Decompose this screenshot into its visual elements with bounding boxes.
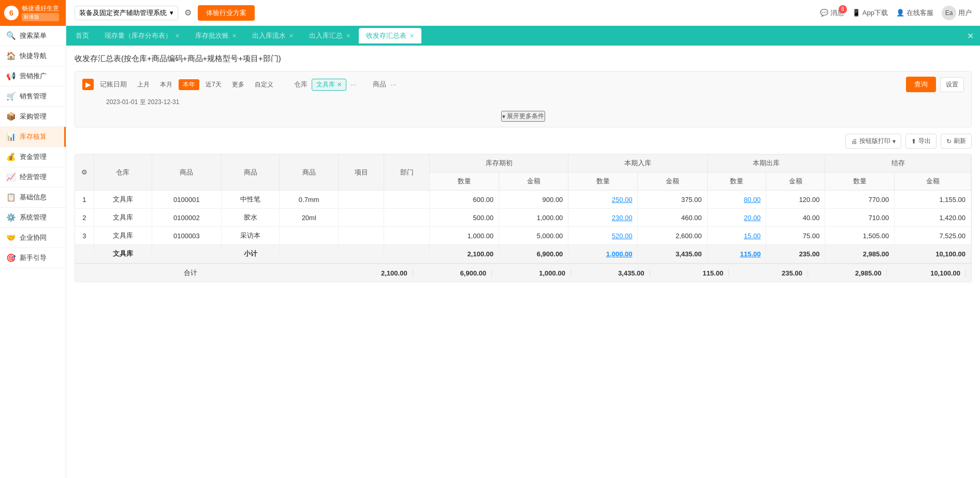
- sidebar-item-guide[interactable]: 🎯 新手引导: [0, 248, 66, 268]
- sidebar-item-label: 企业协同: [20, 233, 47, 242]
- home-icon: 🏠: [6, 51, 16, 61]
- tab-recv-send[interactable]: 收发存汇总表 ✕: [359, 28, 421, 44]
- topbar: 装备及固定资产辅助管理系统 ▾ ⚙ 体验行业方案 💬 消息 6 📱 App下载 …: [66, 0, 980, 26]
- cell-inbound-amt: 3,435.00: [638, 245, 707, 263]
- cell-opening-amt: 1,000.00: [499, 209, 568, 227]
- system-icon: ⚙️: [6, 213, 16, 222]
- date-filter-label: 记账日期: [100, 80, 127, 89]
- cell-inbound-amt: 2,600.00: [638, 227, 707, 245]
- action-right: 🖨 按钮版打印 ▾ ⬆ 导出 ↻ 刷新: [845, 134, 972, 149]
- cell-warehouse: 文具库: [94, 209, 152, 227]
- app-download-btn[interactable]: 📱 App下载: [852, 8, 888, 18]
- trial-button[interactable]: 体验行业方案: [198, 5, 255, 21]
- user-btn[interactable]: Ea 用户: [942, 6, 972, 20]
- messages-badge: 6: [839, 5, 847, 13]
- tab-batch[interactable]: 库存批次账 ✕: [188, 28, 244, 44]
- sidebar-item-search[interactable]: 🔍 搜索菜单: [0, 26, 66, 46]
- table-row: 3 文具库 0100003 采访本 1,000.00 5,000.00 520.…: [75, 227, 971, 245]
- sales-icon: 🛒: [6, 92, 16, 101]
- sidebar-item-marketing[interactable]: 📢 营销推广: [0, 66, 66, 86]
- tab-inout-flow[interactable]: 出入库流水 ✕: [245, 28, 301, 44]
- cell-opening-qty: 1,000.00: [430, 227, 499, 245]
- goods-more-btn[interactable]: ···: [390, 80, 397, 89]
- tab-batch-close[interactable]: ✕: [232, 33, 237, 39]
- sidebar-item-sales[interactable]: 🛒 销售管理: [0, 86, 66, 107]
- date-tag-prev-month[interactable]: 上月: [133, 79, 154, 90]
- expand-conditions-btn[interactable]: ▾ 展开更多条件: [501, 111, 545, 122]
- logo-badge: 标准版: [22, 13, 59, 21]
- online-service-btn[interactable]: 👤 在线客服: [896, 8, 933, 18]
- sidebar-item-label: 系统管理: [20, 213, 47, 222]
- query-button[interactable]: 查询: [906, 77, 936, 92]
- sidebar-item-label: 快捷导航: [20, 51, 47, 61]
- cell-opening-amt: 5,000.00: [499, 227, 568, 245]
- marketing-icon: 📢: [6, 71, 16, 81]
- expand-label: 展开更多条件: [507, 112, 544, 121]
- cell-balance-qty: 2,985.00: [825, 245, 895, 263]
- messages-btn[interactable]: 💬 消息 6: [820, 8, 844, 18]
- tab-stock[interactable]: 现存量（库存分布表） ✕: [97, 28, 187, 44]
- cell-opening-amt: 6,900.00: [499, 245, 568, 263]
- goods-label: 商品: [373, 80, 386, 89]
- print-label: 按钮版打印: [859, 137, 890, 146]
- topbar-left: 装备及固定资产辅助管理系统 ▾ ⚙ 体验行业方案: [75, 5, 255, 21]
- tab-inout-summary-close[interactable]: ✕: [346, 33, 350, 39]
- gear-icon[interactable]: ⚙: [184, 8, 192, 18]
- date-tag-this-month[interactable]: 本月: [156, 79, 177, 90]
- sidebar-item-label: 销售管理: [20, 92, 47, 101]
- cell-outbound-amt: 235.00: [766, 245, 825, 263]
- refresh-button[interactable]: ↻ 刷新: [941, 134, 972, 149]
- date-tag-more[interactable]: 更多: [228, 79, 248, 90]
- settings-button[interactable]: 设置: [940, 77, 964, 92]
- table-header-row-1: ⚙ 仓库 商品 商品 商品 项目 部门 库存期初 本期入库 本期出库 结存: [75, 154, 971, 172]
- print-button[interactable]: 🖨 按钮版打印 ▾: [845, 134, 901, 149]
- system-select[interactable]: 装备及固定资产辅助管理系统 ▾: [75, 6, 178, 20]
- date-tag-this-year[interactable]: 本年: [179, 79, 199, 90]
- data-table-container: ⚙ 仓库 商品 商品 商品 项目 部门 库存期初 本期入库 本期出库 结存 数量: [75, 154, 972, 282]
- tab-recv-send-close[interactable]: ✕: [409, 33, 414, 39]
- date-tag-7days[interactable]: 近7天: [201, 79, 226, 90]
- sidebar-item-inventory[interactable]: 📊 库存核算: [0, 127, 66, 147]
- sidebar: 6 畅捷通好生意 标准版 🔍 搜索菜单 🏠 快捷导航 📢 营销推广 🛒 销售管理…: [0, 0, 66, 478]
- sidebar-item-label: 搜索菜单: [20, 31, 47, 40]
- sidebar-item-enterprise[interactable]: 🤝 企业协同: [0, 228, 66, 248]
- sidebar-item-purchase[interactable]: 📦 采购管理: [0, 107, 66, 127]
- export-icon: ⬆: [911, 138, 916, 145]
- tab-inout-flow-close[interactable]: ✕: [289, 33, 294, 39]
- cell-seq: 1: [75, 191, 94, 209]
- col-project-header: 项目: [339, 154, 384, 191]
- col-inbound-amt-header: 金额: [638, 172, 707, 191]
- col-outbound-amt-header: 金额: [766, 172, 825, 191]
- cell-department: [384, 191, 430, 209]
- warehouse-more-btn[interactable]: ···: [350, 80, 357, 89]
- sidebar-item-quick-nav[interactable]: 🏠 快捷导航: [0, 46, 66, 66]
- sidebar-item-base[interactable]: 📋 基础信息: [0, 187, 66, 208]
- table-row: 1 文具库 0100001 中性笔 0.7mm 600.00 900.00 25…: [75, 191, 971, 209]
- sidebar-item-finance[interactable]: 💰 资金管理: [0, 147, 66, 167]
- tab-home[interactable]: 首页: [68, 28, 96, 44]
- cell-goods-name: 小计: [222, 245, 280, 263]
- date-tag-custom[interactable]: 自定义: [251, 79, 277, 90]
- sidebar-item-operations[interactable]: 📈 经营管理: [0, 167, 66, 187]
- cell-project: [339, 245, 384, 263]
- cell-outbound-qty: 115.00: [707, 245, 766, 263]
- sidebar-item-system[interactable]: ⚙️ 系统管理: [0, 208, 66, 228]
- cell-warehouse: 文具库: [94, 227, 152, 245]
- cell-balance-amt: 1,420.00: [895, 209, 971, 227]
- tab-home-label: 首页: [76, 31, 89, 40]
- tab-stock-close[interactable]: ✕: [175, 33, 180, 39]
- cell-department: [384, 227, 430, 245]
- tab-inout-summary[interactable]: 出入库汇总 ✕: [302, 28, 358, 44]
- col-outbound-qty-header: 数量: [707, 172, 766, 191]
- table-body: 1 文具库 0100001 中性笔 0.7mm 600.00 900.00 25…: [75, 191, 971, 263]
- finance-icon: 💰: [6, 152, 16, 162]
- sidebar-nav: 🔍 搜索菜单 🏠 快捷导航 📢 营销推广 🛒 销售管理 📦 采购管理 📊 库存核…: [0, 26, 66, 478]
- warehouse-tag-close-btn[interactable]: ✕: [337, 81, 342, 88]
- page-title: 收发存汇总表(按仓库+商品编码+商品+规格型号+项目+部门): [75, 54, 972, 64]
- sidebar-item-label: 基础信息: [20, 193, 47, 202]
- filter-toggle-btn[interactable]: ▶: [82, 79, 94, 90]
- export-button[interactable]: ⬆ 导出: [905, 134, 937, 149]
- tabbar-close-all[interactable]: ✕: [963, 31, 978, 41]
- user-avatar: Ea: [942, 6, 956, 20]
- filter-bar: ▶ 记账日期 上月 本月 本年 近7天 更多 自定义 仓库 文具库 ✕ ···: [75, 71, 972, 127]
